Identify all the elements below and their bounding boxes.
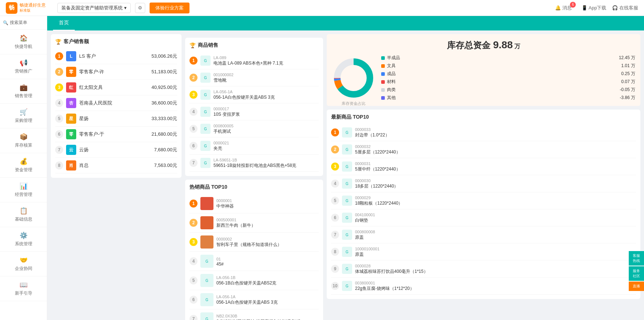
tab-home[interactable]: 首页 bbox=[53, 16, 75, 30]
new-product-info: 004100001 白钢垫 bbox=[355, 212, 375, 223]
operations-icon: 📊 bbox=[20, 182, 28, 190]
rank-amount: 53,006.26元 bbox=[151, 53, 177, 60]
finance-icon: 💰 bbox=[20, 157, 28, 165]
sidebar-search[interactable]: 🔍 搜索菜单 bbox=[0, 16, 47, 30]
product-rank-number: 4 bbox=[189, 108, 197, 116]
sidebar-label-sales: 销售管理 bbox=[15, 93, 32, 99]
system-selector[interactable]: 装备及固定资产辅助管理系统 ▾ bbox=[57, 3, 131, 13]
product-rank-item: 2 G 001000002 雪地靴 bbox=[189, 69, 319, 86]
rank-amount: 33,333.00元 bbox=[151, 115, 177, 122]
sidebar-item-inventory[interactable]: 📦 库存核算 bbox=[0, 128, 47, 153]
online-service[interactable]: 🎧 在线客服 bbox=[612, 5, 638, 11]
msg-item[interactable]: 🔔 消息 6 bbox=[555, 5, 576, 11]
sidebar-item-finance[interactable]: 💰 资金管理 bbox=[0, 153, 47, 178]
rank-avatar: 肖 bbox=[66, 160, 76, 171]
product-rank-number: 6 bbox=[189, 142, 197, 150]
inventory-amount: 9.88 bbox=[493, 39, 513, 50]
rank-amount: 7,680.00元 bbox=[154, 147, 177, 153]
collab-icon: 🤝 bbox=[20, 256, 28, 264]
new-product-item: 4 G 0000030 18多层（1220*2440） bbox=[331, 175, 636, 192]
hot-product-info: LA-056-1A 056-1A白色按键开关盖ABS 3克 bbox=[216, 294, 278, 305]
customer-ranking-label: 客户销售额 bbox=[64, 38, 89, 45]
rank-name: 肖总 bbox=[79, 162, 151, 169]
sidebar-label-operations: 经营管理 bbox=[15, 192, 32, 198]
try-button[interactable]: 体验行业方案 bbox=[150, 3, 189, 13]
chevron-down-icon: ▾ bbox=[124, 5, 127, 11]
mid-column: 🏆 商品销售 1 G LA-089 电池盖 LA-089 ABS本色+黑种 7.… bbox=[185, 30, 323, 320]
new-product-thumb: G bbox=[342, 179, 352, 189]
product-rank-number: 7 bbox=[189, 159, 197, 167]
sidebar-item-marketing[interactable]: 📢 营销推广 bbox=[0, 54, 47, 79]
product-rank-item: 1 G LA-089 电池盖 LA-089 ABS本色+黑种 7.1克 bbox=[189, 52, 319, 69]
new-product-item: 6 G 004100001 白钢垫 bbox=[331, 209, 636, 226]
hot-product-info: NB2.0X30B 2.0X30MM双搓花轴.搓花直径2.1MM/ROHS bbox=[216, 313, 301, 320]
sidebar-item-quicknav[interactable]: 🏠 快捷导航 bbox=[0, 30, 47, 54]
legend-dot bbox=[381, 96, 385, 100]
sidebar-item-sales[interactable]: 💼 销售管理 bbox=[0, 79, 47, 104]
legend-name: 肉类 bbox=[387, 87, 617, 93]
rank-number: 1 bbox=[55, 52, 63, 60]
new-rank-number: 2 bbox=[331, 145, 339, 153]
new-product-item: 1 G 0000033 封边带（1.0*22） bbox=[331, 124, 636, 141]
new-product-item: 8 G 10000100001 原盖 bbox=[331, 243, 636, 260]
hot-img: G bbox=[200, 293, 213, 306]
legend-name: 其他 bbox=[387, 95, 617, 101]
product-info: LA-089 电池盖 LA-089 ABS本色+黑种 7.1克 bbox=[213, 55, 319, 66]
product-thumb: G bbox=[200, 56, 211, 66]
search-label: 搜索菜单 bbox=[10, 20, 27, 26]
new-product-info: 0000031 5厘中纤（1220*2440） bbox=[355, 161, 400, 172]
page-content: 🏆 客户销售额 1 L LS 客户 53,006.26元 2 零 零售客户-许 … bbox=[47, 30, 644, 320]
sidebar: 🔍 搜索菜单 🏠 快捷导航 📢 营销推广 💼 销售管理 🛒 采购管理 📦 库存核… bbox=[0, 16, 47, 320]
sales-icon: 💼 bbox=[20, 83, 28, 91]
float-btn-service[interactable]: 客服 热线 bbox=[629, 251, 644, 266]
new-products-card: 最新商品 TOP10 1 G 0000033 封边带（1.0*22） 2 G 0… bbox=[327, 110, 640, 299]
hot-rank-number: 1 bbox=[189, 200, 197, 208]
sidebar-item-purchase[interactable]: 🛒 采购管理 bbox=[0, 104, 47, 128]
rank-name: 云扬 bbox=[79, 147, 151, 153]
new-product-thumb: G bbox=[342, 264, 352, 274]
product-thumb: G bbox=[200, 73, 211, 83]
new-product-item: 7 G 000800008 原盖 bbox=[331, 226, 636, 243]
float-btn-live[interactable]: 直播 bbox=[629, 282, 644, 291]
rank-amount: 51,183.00元 bbox=[151, 69, 177, 75]
product-info: 0000021 夹壳 bbox=[213, 140, 319, 152]
new-rank-number: 6 bbox=[331, 214, 339, 222]
product-rank-list: 1 G LA-089 电池盖 LA-089 ABS本色+黑种 7.1克 2 G … bbox=[189, 52, 319, 172]
hot-rank-number: 5 bbox=[189, 276, 197, 284]
product-info: 000800005 手机测试 bbox=[213, 123, 319, 135]
hot-img: G bbox=[200, 274, 213, 287]
legend-item: 半成品 12.45 万 bbox=[381, 55, 635, 61]
legend-value: 0.07 万 bbox=[621, 79, 635, 85]
system-name: 装备及固定资产辅助管理系统 bbox=[61, 5, 123, 11]
nav-tab: 首页 bbox=[47, 16, 644, 30]
sidebar-item-guide[interactable]: 📖 新手引导 bbox=[0, 276, 47, 301]
new-product-info: 0000029 18颗粒板（1220*2440） bbox=[355, 195, 403, 206]
sidebar-item-operations[interactable]: 📊 经营管理 bbox=[0, 178, 47, 202]
rank-amount: 36,600.00元 bbox=[151, 100, 177, 106]
new-product-info: 0000033 封边带（1.0*22） bbox=[355, 127, 390, 138]
legend-value: -3.86 万 bbox=[620, 95, 635, 101]
rank-item: 2 零 零售客户-许 51,183.00元 bbox=[55, 64, 177, 80]
legend-item: 其他 -3.86 万 bbox=[381, 95, 635, 101]
sidebar-item-system[interactable]: ⚙️ 系统管理 bbox=[0, 227, 47, 252]
rank-number: 4 bbox=[55, 99, 63, 107]
left-column: 🏆 客户销售额 1 L LS 客户 53,006.26元 2 零 零售客户-许 … bbox=[47, 30, 185, 320]
product-thumb: G bbox=[200, 90, 211, 100]
sidebar-item-basic[interactable]: 📋 基础信息 bbox=[0, 202, 47, 227]
hot-product-info: 01 45# bbox=[216, 256, 224, 267]
app-download[interactable]: 📱 App下载 bbox=[582, 5, 606, 11]
inventory-label: 库存总资金 bbox=[447, 40, 493, 50]
sidebar-label-marketing: 营销推广 bbox=[15, 68, 32, 74]
rank-number: 8 bbox=[55, 161, 63, 169]
marketing-icon: 📢 bbox=[20, 59, 28, 67]
sidebar-label-inventory: 库存核算 bbox=[15, 142, 32, 148]
hot-item: 5 G LA-056-1B 056-1B白色按键开关盖ABS2克 bbox=[189, 271, 319, 290]
rank-name: 零售客户-许 bbox=[79, 69, 148, 75]
float-btn-community[interactable]: 服务 社区 bbox=[629, 266, 644, 281]
sidebar-item-collab[interactable]: 🤝 企业协同 bbox=[0, 252, 47, 276]
rank-item: 7 云 云扬 7,680.00元 bbox=[55, 142, 177, 158]
legend-dot bbox=[381, 56, 385, 60]
rank-avatar: 零 bbox=[66, 129, 76, 139]
gear-button[interactable]: ⚙ bbox=[135, 3, 145, 13]
rank-amount: 40,925.00元 bbox=[151, 84, 177, 91]
